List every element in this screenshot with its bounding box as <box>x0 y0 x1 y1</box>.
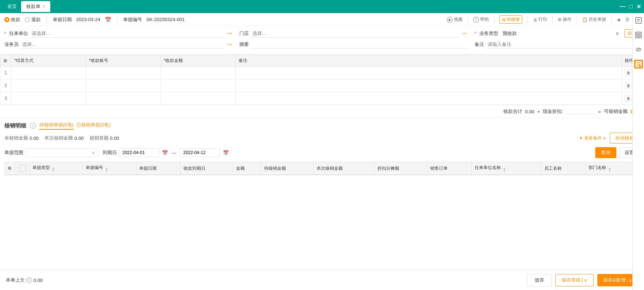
row-3-delete-icon[interactable]: 🗑 <box>625 95 632 102</box>
toolbar-right: ▶ 视频 ? 帮助 ⊞ 快捷键 🖨 打印 ⚙ 操作 <box>447 15 640 24</box>
discount-label: 现金折扣: <box>543 108 563 115</box>
tab-done[interactable]: 已核销单据(0笔) <box>76 122 111 130</box>
detail-col-gear[interactable]: ⚙ <box>5 162 16 175</box>
shortcut-btn[interactable]: ⊞ 快捷键 <box>499 15 522 24</box>
summary-label: 摘要 <box>239 41 249 48</box>
detail-col-checkbox-header <box>16 162 29 175</box>
operate-btn[interactable]: ⚙ 操作 <box>558 16 572 23</box>
row-1-amount[interactable] <box>161 67 235 79</box>
right-sidebar <box>632 13 644 290</box>
sort-partner-icon[interactable]: ▲▼ <box>503 167 506 172</box>
summary-input[interactable] <box>251 40 467 48</box>
filter-arrow-up: ∧ <box>603 136 606 141</box>
range-select[interactable]: ∨ <box>25 148 98 157</box>
tab-pending[interactable]: 待核销单据(0笔) <box>39 122 74 130</box>
save-draft-arrow-icon[interactable]: ∨ <box>582 278 588 283</box>
col-gear[interactable]: ⚙ <box>0 55 11 67</box>
remark-input[interactable] <box>486 40 640 48</box>
col-settle-header: *结算方式 <box>11 55 86 67</box>
tab-home[interactable]: 首页 <box>3 1 21 12</box>
store-input[interactable] <box>251 30 459 38</box>
row-2-account[interactable] <box>86 79 161 92</box>
row-2-remark[interactable] <box>235 79 621 92</box>
print-icon: 🖨 <box>533 17 537 22</box>
row-2-delete-icon[interactable]: 🗑 <box>625 82 632 89</box>
row-1-remark[interactable] <box>235 67 621 79</box>
sort-dept-icon[interactable]: ▲▼ <box>609 167 611 172</box>
svg-rect-8 <box>639 35 640 37</box>
partner-more-icon[interactable]: ··· <box>227 30 232 37</box>
date-from-input[interactable] <box>119 148 159 157</box>
table-row: 1 🗑 ⧉ <box>0 67 644 79</box>
bottom-prev-info: 本单上欠 ⓘ 0.00 <box>6 277 43 283</box>
video-btn[interactable]: ▶ 视频 <box>447 16 463 23</box>
verifiable-label: 可核销金额 <box>604 108 628 115</box>
history-icon: 📋 <box>582 17 588 22</box>
row-3-account[interactable] <box>86 92 161 105</box>
sort-type-icon[interactable]: ▲▼ <box>52 167 55 172</box>
row-1-account[interactable] <box>86 67 161 79</box>
date-label: 单据日期 <box>53 16 72 23</box>
number-label: 单据编号 <box>123 16 142 23</box>
sort-number-icon[interactable]: ▲▼ <box>106 167 108 172</box>
save-draft-btn[interactable]: 保存草稿 ∨ <box>555 274 594 286</box>
verify-info-icon[interactable]: i <box>30 123 36 129</box>
toolbar-divider-1 <box>47 16 47 23</box>
save-new-arrow-icon[interactable]: ∨ <box>627 278 632 283</box>
select-all-checkbox[interactable] <box>19 165 26 172</box>
toolbar-divider-8 <box>611 16 612 23</box>
maximize-btn[interactable]: □ <box>629 3 633 10</box>
diff-value: 0.00 <box>110 136 119 141</box>
total-value: 0.00 <box>525 109 534 114</box>
tab-receipt[interactable]: 收款单 × <box>21 1 50 12</box>
sidebar-icon-2[interactable] <box>634 31 643 39</box>
row-3-remark[interactable] <box>235 92 621 105</box>
query-btn[interactable]: 查询 <box>595 147 616 158</box>
equals-sign: = <box>598 109 601 114</box>
history-btn[interactable]: 📋 历史单据 <box>582 16 606 23</box>
row-2-settle[interactable] <box>11 79 86 92</box>
tab-close-icon[interactable]: × <box>43 4 45 9</box>
calendar-to-icon[interactable]: 📅 <box>223 150 229 156</box>
staff-more-icon[interactable]: ··· <box>227 41 232 48</box>
toolbar-prev-arrow[interactable]: ◀ <box>617 17 620 22</box>
row-1-delete-icon[interactable]: 🗑 <box>625 69 632 77</box>
biz-type-field: * 业务类型 预收款 ∨ 设置 <box>475 29 640 38</box>
print-btn[interactable]: 🖨 打印 <box>533 16 547 23</box>
sidebar-icon-1[interactable] <box>634 16 643 25</box>
abandon-btn[interactable]: 放弃 <box>527 274 552 286</box>
partner-input[interactable] <box>30 30 224 38</box>
discount-input[interactable] <box>566 109 595 114</box>
help-btn[interactable]: ? 帮助 <box>473 16 489 23</box>
store-more-icon[interactable]: ··· <box>462 30 467 37</box>
list-view-icon[interactable]: ☰ <box>624 17 631 23</box>
unchecked-label: 未核销金额 <box>4 135 28 141</box>
calendar-icon[interactable]: 📅 <box>105 17 111 23</box>
row-1-settle[interactable] <box>11 67 86 79</box>
biz-required-mark: * <box>475 31 476 36</box>
date-value[interactable]: 2023-03-24 <box>76 17 101 22</box>
minimize-btn[interactable]: — <box>620 3 625 10</box>
biz-dropdown-icon[interactable]: ∨ <box>616 31 619 36</box>
prev-info-icon[interactable]: ⓘ <box>26 277 32 283</box>
toolbar-divider-2 <box>117 16 117 23</box>
partner-label: 往来单位 <box>9 30 28 37</box>
remark-label: 备注 <box>475 41 484 48</box>
detail-col-type: 单据类型 ▲▼ <box>29 162 83 175</box>
sidebar-icon-3[interactable] <box>634 45 643 54</box>
date-to-input[interactable] <box>180 148 220 157</box>
more-filter-btn[interactable]: ▼ 更多条件 ∧ <box>579 135 606 141</box>
sidebar-icon-4[interactable] <box>634 60 643 68</box>
toolbar-divider-7 <box>577 16 577 23</box>
radio-refund[interactable]: 退款 <box>25 16 41 23</box>
radio-receipt[interactable]: 收款 <box>4 16 20 23</box>
calendar-from-icon[interactable]: 📅 <box>162 150 168 156</box>
detail-col-this-verify: 本次核销金额 <box>314 162 374 175</box>
row-2-amount[interactable] <box>161 79 235 92</box>
close-btn[interactable]: ✕ <box>636 3 641 10</box>
staff-input[interactable] <box>21 40 224 48</box>
row-3-settle[interactable] <box>11 92 86 105</box>
verify-stats: 未核销金额 0.00 本次核销金额 0.00 核销差额 0.00 ▼ 更多条件 … <box>4 133 640 144</box>
main-content: 收款 退款 单据日期 2023-03-24 📅 单据编号 SK-20230324… <box>0 13 644 290</box>
row-3-amount[interactable] <box>161 92 235 105</box>
